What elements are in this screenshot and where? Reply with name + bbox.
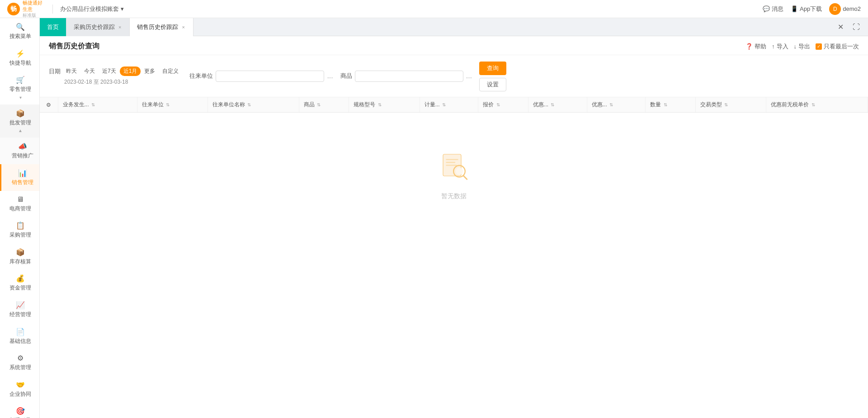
settings-icon[interactable]: ⚙ xyxy=(46,102,51,108)
tab-purchase-history[interactable]: 采购历史价跟踪 × xyxy=(66,18,130,36)
logo-icon: 畅 xyxy=(7,3,20,15)
col-biz-date[interactable]: 业务发生... ⇅ xyxy=(58,97,137,113)
close-tab-sales[interactable]: × xyxy=(181,24,185,31)
goods-dots[interactable]: ... xyxy=(466,72,472,80)
sales-history-label: 销售历史价跟踪 xyxy=(137,23,178,31)
username-label: demo2 xyxy=(843,5,861,12)
inventory-icon: 📦 xyxy=(16,248,25,256)
sidebar-item-wholesale-mgmt[interactable]: 📦 批发管理 ▲ xyxy=(0,104,39,138)
app-download-btn[interactable]: 📱 App下载 xyxy=(791,5,822,13)
sort-icon: ⇅ xyxy=(317,102,321,107)
partner-input[interactable] xyxy=(216,71,324,82)
checkbox-icon: ✓ xyxy=(816,43,822,50)
page-actions: ❓ 帮助 ↑ 导入 ↓ 导出 ✓ 只看最后一次 xyxy=(745,43,859,51)
header-right: 💬 消息 📱 App下载 D demo2 xyxy=(763,3,861,15)
setting-button[interactable]: 设置 xyxy=(479,78,506,91)
sidebar-item-label: 基础信息 xyxy=(9,338,31,345)
gear-cell[interactable]: ⚙ xyxy=(40,97,58,113)
sidebar-item-corp-collab[interactable]: 🤝 企业协同 xyxy=(0,376,39,403)
sidebar-item-label: 系统管理 xyxy=(9,364,31,371)
date-option-today[interactable]: 今天 xyxy=(80,66,99,76)
col-partner-code[interactable]: 往来单位 ⇅ xyxy=(137,97,208,113)
logo-text: 畅捷通好生意 标准版 xyxy=(23,0,45,18)
sidebar-item-search-menu[interactable]: 🔍 搜索菜单 xyxy=(0,18,39,45)
col-spec[interactable]: 规格型号 ⇅ xyxy=(349,97,420,113)
header-left: 畅 畅捷通好生意 标准版 办公用品行业模拟账套 ▾ xyxy=(7,0,124,18)
export-btn[interactable]: ↓ 导出 xyxy=(794,43,811,51)
sort-icon: ⇅ xyxy=(247,102,251,107)
main-layout: 🔍 搜索菜单 ⚡ 快捷导航 🛒 零售管理 ▾ 📦 批发管理 ▲ 📣 营销推广 📊… xyxy=(0,18,868,418)
only-last-checkbox[interactable]: ✓ 只看最后一次 xyxy=(816,43,859,51)
col-discount2[interactable]: 优惠... ⇅ xyxy=(587,97,646,113)
sidebar-item-label: 企业协同 xyxy=(9,391,31,398)
sidebar-item-retail-mgmt[interactable]: 🛒 零售管理 ▾ xyxy=(0,71,39,104)
sidebar-item-purchase-mgmt[interactable]: 📋 采购管理 xyxy=(0,217,39,243)
sidebar-item-inventory[interactable]: 📦 库存核算 xyxy=(0,243,39,270)
partner-filter-label: 往来单位 xyxy=(189,72,213,80)
tab-home[interactable]: 首页 xyxy=(40,18,66,36)
sidebar-item-operations[interactable]: 📈 经营管理 xyxy=(0,296,39,323)
page-title: 销售历史价查询 xyxy=(49,42,99,51)
close-tab-purchase[interactable]: × xyxy=(118,24,122,31)
avatar: D xyxy=(829,3,841,15)
home-label: 首页 xyxy=(47,23,59,31)
tab-bar-right: ✕ ⛶ xyxy=(835,22,868,32)
message-btn[interactable]: 💬 消息 xyxy=(763,5,783,13)
page-content: 销售历史价查询 ❓ 帮助 ↑ 导入 ↓ 导出 ✓ xyxy=(40,36,868,418)
sidebar-item-label: 电商管理 xyxy=(9,205,31,213)
basic-info-icon: 📄 xyxy=(16,328,25,336)
purchase-icon: 📋 xyxy=(16,221,25,230)
col-pre-tax-price[interactable]: 优惠前无税单价 ⇅ xyxy=(766,97,868,113)
message-label: 消息 xyxy=(772,5,783,13)
sidebar-item-finance[interactable]: 💰 资金管理 xyxy=(0,270,39,296)
col-quoted-price[interactable]: 报价 ⇅ xyxy=(478,97,528,113)
sort-icon: ⇅ xyxy=(724,102,728,107)
sidebar-item-new-user-guide[interactable]: 🎯 新手引导 xyxy=(0,402,39,418)
sidebar-item-marketing[interactable]: 📣 营销推广 xyxy=(0,138,39,164)
sidebar: 🔍 搜索菜单 ⚡ 快捷导航 🛒 零售管理 ▾ 📦 批发管理 ▲ 📣 营销推广 📊… xyxy=(0,18,40,418)
fullscreen-btn[interactable]: ⛶ xyxy=(850,22,863,32)
sidebar-item-ecommerce[interactable]: 🖥 电商管理 xyxy=(0,191,39,217)
col-trade-type[interactable]: 交易类型 ⇅ xyxy=(696,97,766,113)
col-discount1[interactable]: 优惠... ⇅ xyxy=(528,97,587,113)
sidebar-item-basic-info[interactable]: 📄 基础信息 xyxy=(0,323,39,350)
col-qty[interactable]: 数量 ⇅ xyxy=(646,97,696,113)
action-buttons: 查询 设置 xyxy=(479,61,506,91)
date-option-yesterday[interactable]: 昨天 xyxy=(62,66,80,76)
partner-dots[interactable]: ... xyxy=(327,72,333,80)
sidebar-item-sales-mgmt[interactable]: 📊 销售管理 xyxy=(0,164,39,191)
col-goods[interactable]: 商品 ⇅ xyxy=(299,97,349,113)
user-menu[interactable]: D demo2 xyxy=(829,3,861,15)
col-discount2-label: 优惠... xyxy=(592,101,607,108)
chevron-up-icon: ▲ xyxy=(18,128,23,133)
sidebar-item-quick-nav[interactable]: ⚡ 快捷导航 xyxy=(0,45,39,71)
sidebar-item-label: 采购管理 xyxy=(9,232,31,239)
col-unit[interactable]: 计量... ⇅ xyxy=(420,97,478,113)
svg-line-6 xyxy=(463,176,467,179)
tab-bar: 首页 采购历史价跟踪 × 销售历史价跟踪 × ✕ ⛶ xyxy=(40,18,868,36)
sidebar-item-sys-settings[interactable]: ⚙ 系统管理 xyxy=(0,349,39,376)
sidebar-item-label: 经营管理 xyxy=(9,311,31,318)
import-label: 导入 xyxy=(777,43,788,51)
query-button[interactable]: 查询 xyxy=(479,62,506,75)
help-btn[interactable]: ❓ 帮助 xyxy=(745,43,766,51)
svg-rect-1 xyxy=(446,159,458,160)
goods-input[interactable] xyxy=(355,71,463,82)
app-selector[interactable]: 办公用品行业模拟账套 ▾ xyxy=(60,5,124,13)
sort-icon: ⇅ xyxy=(378,102,382,107)
col-partner-name-label: 往来单位名称 xyxy=(212,101,245,108)
col-biz-date-label: 业务发生... xyxy=(63,101,89,108)
chevron-down-icon: ▾ xyxy=(19,95,22,100)
empty-state: 暂无数据 xyxy=(40,113,868,237)
empty-text: 暂无数据 xyxy=(441,192,467,200)
date-option-last1month[interactable]: 近1月 xyxy=(120,66,141,76)
close-tab-btn[interactable]: ✕ xyxy=(835,22,846,32)
import-btn[interactable]: ↑ 导入 xyxy=(772,43,788,51)
col-partner-name[interactable]: 往来单位名称 ⇅ xyxy=(208,97,299,113)
tab-sales-history[interactable]: 销售历史价跟踪 × xyxy=(130,18,193,36)
date-option-last7days[interactable]: 近7天 xyxy=(99,66,120,76)
wholesale-icon: 📦 xyxy=(16,109,25,118)
date-option-custom[interactable]: 自定义 xyxy=(159,66,182,76)
date-option-more[interactable]: 更多 xyxy=(141,66,159,76)
retail-icon: 🛒 xyxy=(16,76,25,84)
